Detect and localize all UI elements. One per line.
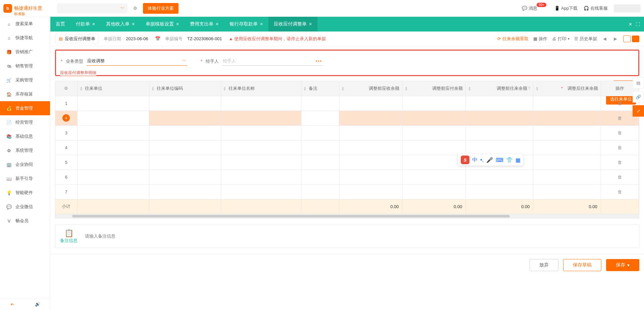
- close-icon[interactable]: ✕: [176, 22, 179, 26]
- col-post-net[interactable]: ▲▼*调整后往来余额: [533, 81, 601, 96]
- support-link[interactable]: 🎧 在线客服: [584, 5, 608, 11]
- settings-icon[interactable]: ⚙: [130, 3, 140, 13]
- search-icon: ⌕: [6, 21, 12, 26]
- sidebar-item-operation[interactable]: 📄经营管理: [0, 115, 50, 129]
- sidebar-item-label: 搜索菜单: [15, 21, 33, 27]
- col-unit[interactable]: ▲▼往来单位: [77, 81, 149, 96]
- sidebar-item-guide[interactable]: 📖新手引导: [0, 172, 50, 186]
- next-doc-button[interactable]: ▶: [612, 36, 618, 41]
- col-remark[interactable]: ▲▼备注: [301, 81, 339, 96]
- sidebar-item-search[interactable]: ⌕搜索菜单: [0, 17, 50, 31]
- table-row[interactable]: 3🗑: [55, 125, 639, 140]
- sort-icon: ▲▼: [535, 86, 539, 91]
- abandon-button[interactable]: 放弃: [530, 259, 558, 271]
- save-draft-button[interactable]: 保存草稿: [563, 259, 601, 271]
- scrollbar-thumb[interactable]: [72, 215, 510, 218]
- rail-attach-button[interactable]: 🔗: [633, 91, 644, 103]
- sidebar-item-inventory[interactable]: 🏠库存核算: [0, 87, 50, 101]
- experience-button[interactable]: 体验行业方案: [143, 3, 179, 14]
- prev-doc-button[interactable]: ◀: [602, 36, 608, 41]
- sidebar-item-marketing[interactable]: 🎁营销推广: [0, 45, 50, 59]
- bag-icon: 🛍: [6, 64, 12, 69]
- table-row[interactable]: 7🗑: [55, 184, 639, 199]
- tenant-selector[interactable]: ﹀: [57, 3, 128, 13]
- collapse-button[interactable]: ⇤: [0, 298, 25, 310]
- tab-template[interactable]: 单据模板设置✕: [140, 17, 185, 32]
- tab-home[interactable]: 首页: [50, 17, 70, 32]
- close-icon[interactable]: ✕: [309, 22, 312, 26]
- ime-keyboard-icon[interactable]: ⌨: [496, 157, 503, 163]
- sidebar-item-purchase[interactable]: 🛒采购管理: [0, 73, 50, 87]
- delete-row-button[interactable]: 🗑: [601, 125, 639, 140]
- column-settings-button[interactable]: ⚙: [55, 81, 77, 96]
- ime-punct-icon[interactable]: •,: [480, 157, 484, 163]
- sidebar-item-collab[interactable]: 🏢企业协同: [0, 158, 50, 172]
- more-icon[interactable]: •••: [315, 59, 322, 64]
- col-pre-ap[interactable]: ▲▼调整前应付余额: [402, 81, 466, 96]
- close-icon[interactable]: ✕: [215, 22, 219, 26]
- date-value[interactable]: 2023-06-06: [126, 36, 148, 41]
- operate-button[interactable]: ▦操作: [533, 36, 547, 42]
- view-card-button[interactable]: [632, 36, 639, 42]
- messages-link[interactable]: 💬 消息 99+: [522, 5, 548, 11]
- sound-button[interactable]: 🔊: [25, 298, 50, 310]
- tab-adjust[interactable]: 应收应付调整单✕: [268, 17, 317, 32]
- help-icon[interactable]: ?: [528, 86, 530, 91]
- tab-payment[interactable]: 付款单✕: [70, 17, 101, 32]
- regrab-button[interactable]: ⟳往来余额重取: [497, 36, 529, 42]
- sidebar-item-hardware[interactable]: 💡智能硬件: [0, 186, 50, 200]
- notes-input[interactable]: [82, 231, 639, 241]
- rail-note-button[interactable]: ▤: [633, 77, 644, 88]
- ime-skin-icon[interactable]: 👕: [506, 157, 513, 163]
- table-row[interactable]: 4🗑: [55, 140, 639, 155]
- sidebar-item-finance[interactable]: 💰资金管理: [0, 101, 50, 115]
- print-button[interactable]: 🖨打印▾: [552, 36, 569, 42]
- close-icon[interactable]: ✕: [260, 22, 263, 26]
- col-pre-ar[interactable]: ▲▼调整前应收余额: [339, 81, 402, 96]
- table-row[interactable]: 1🗑: [55, 96, 639, 111]
- close-icon[interactable]: ✕: [132, 22, 135, 26]
- sidebar-item-wechat[interactable]: 💬企业微信: [0, 200, 50, 214]
- col-unit-code[interactable]: ▲▼往来单位编码: [149, 81, 221, 96]
- delete-row-button[interactable]: 🗑: [601, 170, 639, 184]
- tab-expense[interactable]: 费用支出单✕: [185, 17, 224, 32]
- delete-row-button[interactable]: 🗑: [601, 184, 639, 199]
- sidebar-item-sales[interactable]: 🛍销售管理: [0, 59, 50, 73]
- calendar-icon[interactable]: 📅: [155, 36, 160, 41]
- app-download-link[interactable]: 📱 App下载: [554, 5, 578, 11]
- sidebar-item-system[interactable]: ⚙系统管理: [0, 143, 50, 158]
- close-icon[interactable]: ✕: [92, 22, 95, 26]
- delete-row-button[interactable]: 🗑: [601, 140, 639, 155]
- document-content: ▤ 应收应付调整单 单据日期 2023-06-06 📅 单据编号 TZ-2023…: [50, 32, 644, 310]
- view-list-button[interactable]: [623, 36, 631, 42]
- fullscreen-icon[interactable]: ⛶: [636, 22, 640, 27]
- close-all-icon[interactable]: ✕: [629, 22, 632, 27]
- add-row-button[interactable]: +: [55, 111, 77, 125]
- sidebar-item-quicknav[interactable]: ⌂快捷导航: [0, 31, 50, 45]
- col-pre-net[interactable]: ▲▼调整前往来余额?: [466, 81, 533, 96]
- sidebar-item-basedata[interactable]: 📚基础信息: [0, 129, 50, 143]
- biz-type-select[interactable]: 应收调整 ﹀: [87, 57, 187, 66]
- table-row[interactable]: 6🗑: [55, 170, 639, 184]
- ime-tool-icon[interactable]: ▦: [515, 157, 521, 163]
- sidebar-item-member[interactable]: V畅会员: [0, 214, 50, 228]
- ime-lang-label[interactable]: 中: [472, 157, 478, 164]
- table-row-active[interactable]: +🗑: [55, 111, 639, 125]
- handler-input[interactable]: 经手人 •••: [222, 57, 323, 66]
- tab-other-income[interactable]: 其他收入单✕: [101, 17, 140, 32]
- user-avatar[interactable]: [614, 4, 641, 12]
- sidebar-item-label: 采购管理: [15, 77, 33, 83]
- handler-label: 经手人: [206, 58, 219, 64]
- save-button[interactable]: 保存▾: [606, 259, 639, 271]
- ime-toolbar[interactable]: S 中 •, 🎤 ⌨ 👕 ▦: [458, 154, 523, 166]
- table-row[interactable]: 5🗑: [55, 155, 639, 170]
- rail-expand-button[interactable]: ⤢: [633, 105, 644, 117]
- col-unit-name[interactable]: ▲▼往来单位名称: [221, 81, 301, 96]
- sort-icon: ▲▼: [404, 86, 408, 91]
- history-button[interactable]: ☰历史单据: [574, 36, 597, 42]
- ime-mic-icon[interactable]: 🎤: [486, 157, 493, 163]
- delete-row-button[interactable]: 🗑: [601, 155, 639, 170]
- tab-bank[interactable]: 银行存取款单✕: [224, 17, 268, 32]
- horizontal-scrollbar[interactable]: [55, 214, 639, 218]
- gift-icon: 🎁: [6, 50, 12, 55]
